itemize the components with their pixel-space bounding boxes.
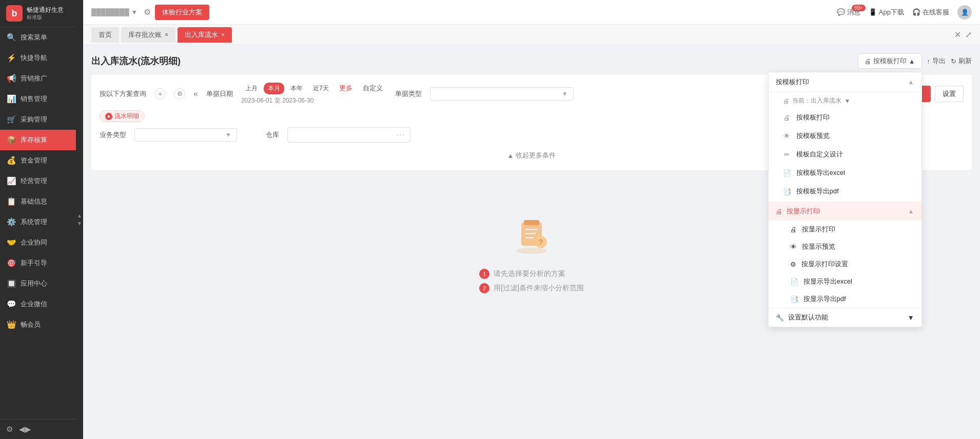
message-icon: 💬 bbox=[837, 8, 845, 16]
system-icon: ⚙️ bbox=[6, 217, 16, 227]
display-pdf-item[interactable]: 📑 按显示导出pdf bbox=[769, 290, 922, 308]
dropdown-item-template-excel[interactable]: 📄 按模板导出excel bbox=[769, 164, 922, 182]
warehouse-select[interactable]: ··· bbox=[287, 127, 410, 143]
tab-home[interactable]: 首页 bbox=[91, 27, 119, 43]
tab-home-label: 首页 bbox=[99, 30, 112, 39]
collapse-sidebar-icon[interactable]: ◀▶ bbox=[19, 425, 31, 434]
tab-inventory-batch[interactable]: 库存批次账 × bbox=[121, 27, 175, 43]
filter-add-button[interactable]: + bbox=[154, 88, 166, 99]
print-dropdown-container: 🖨 按模板打印 ▲ 按模板打印 ▲ 🖨 bbox=[858, 53, 922, 69]
sidebar-item-coop[interactable]: 🤝 企业协同 bbox=[0, 232, 76, 253]
export-btn[interactable]: ↑ 导出 bbox=[927, 56, 946, 66]
dropdown-header: 按模板打印 ▲ bbox=[769, 72, 922, 92]
online-service-action[interactable]: 🎧 在线客服 bbox=[912, 8, 949, 17]
display-print-item[interactable]: 🖨 按显示打印 bbox=[769, 221, 922, 238]
sidebar-item-label: 资金管理 bbox=[21, 156, 47, 165]
logo-icon: b bbox=[6, 5, 23, 22]
filter-collapse-icon[interactable]: « bbox=[193, 89, 198, 98]
topbar-left: ████████ ▼ ⚙ 体验行业方案 bbox=[91, 5, 837, 20]
dropdown-item-template-pdf[interactable]: 📑 按模板导出pdf bbox=[769, 182, 922, 201]
sidebar-item-label: 搜索菜单 bbox=[21, 33, 47, 42]
expand-window-icon[interactable]: ⤢ bbox=[965, 30, 972, 39]
tab-inventory-batch-close[interactable]: × bbox=[165, 31, 168, 38]
user-name-display: ████████ bbox=[91, 8, 129, 16]
filter-scheme-label: 按以下方案查询 bbox=[100, 89, 146, 98]
settings-footer-icon[interactable]: ⚙ bbox=[6, 425, 13, 434]
business-type-select[interactable]: ▼ bbox=[134, 128, 237, 142]
tabs-bar: 首页 库存批次账 × 出入库流水 × ✕ ⤢ bbox=[83, 25, 980, 45]
sidebar-item-basic[interactable]: 📋 基础信息 bbox=[0, 191, 76, 212]
inventory-icon: 📦 bbox=[6, 135, 16, 145]
app-download-action[interactable]: 📱 App下载 bbox=[869, 8, 904, 17]
dropdown-title: 按模板打印 bbox=[776, 77, 809, 87]
set-default-item[interactable]: 🔧 设置默认功能 ▼ bbox=[769, 308, 922, 327]
collapse-filter-label: 收起更多条件 bbox=[516, 151, 556, 160]
refresh-btn[interactable]: ↻ 刷新 bbox=[951, 56, 972, 66]
filter-settings-button[interactable]: ⚙ bbox=[174, 88, 185, 99]
set-default-chevron: ▼ bbox=[908, 314, 914, 322]
print-chevron-up-icon: ▲ bbox=[909, 57, 915, 65]
page-content: 出入库流水(流水明细) 🖨 按模板打印 ▲ 按模板打印 ▲ bbox=[83, 45, 980, 439]
sidebar-item-newguide[interactable]: 🎯 新手引导 bbox=[0, 253, 76, 273]
newguide-icon: 🎯 bbox=[6, 258, 16, 268]
business-type-chevron: ▼ bbox=[225, 131, 231, 138]
sidebar-item-inventory[interactable]: 📦 库存核算 bbox=[0, 130, 76, 150]
date-tab-last-month[interactable]: 上月 bbox=[241, 83, 262, 94]
print-template-btn[interactable]: 🖨 按模板打印 ▲ bbox=[858, 53, 922, 69]
dropdown-footer: 🔧 设置默认功能 ▼ bbox=[769, 308, 922, 327]
user-avatar[interactable]: 👤 bbox=[957, 5, 972, 19]
sidebar-item-appcenter[interactable]: 🔲 应用中心 bbox=[0, 273, 76, 294]
sidebar-item-search[interactable]: 🔍 搜索菜单 bbox=[0, 27, 76, 48]
dropdown-item-template-custom[interactable]: ✏ 模板自定义设计 bbox=[769, 145, 922, 164]
scroll-down-icon[interactable]: ▼ bbox=[77, 221, 82, 226]
display-excel-item[interactable]: 📄 按显示导出excel bbox=[769, 273, 922, 290]
sidebar-item-vip[interactable]: 👑 畅会员 bbox=[0, 314, 76, 335]
dropdown-item-template-preview[interactable]: 👁 按模板预览 bbox=[769, 127, 922, 145]
industry-btn[interactable]: 体验行业方案 bbox=[155, 5, 209, 20]
display-preview-item[interactable]: 👁 按显示预览 bbox=[769, 238, 922, 255]
sidebar-item-finance[interactable]: 💰 资金管理 bbox=[0, 150, 76, 171]
settings-button[interactable]: 设置 bbox=[935, 86, 964, 102]
display-excel-label: 按显示导出excel bbox=[803, 277, 852, 286]
empty-step-2: 2 用[过滤]条件来缩小分析范围 bbox=[479, 283, 584, 293]
sidebar-item-marketing[interactable]: 📢 营销推广 bbox=[0, 68, 76, 89]
page-header: 出入库流水(流水明细) 🖨 按模板打印 ▲ 按模板打印 ▲ bbox=[91, 53, 972, 69]
business-type-label: 业务类型 bbox=[100, 130, 126, 139]
tab-stock-flow-close[interactable]: × bbox=[221, 31, 225, 38]
dropdown-item-template-print[interactable]: 🖨 按模板打印 bbox=[769, 108, 922, 127]
sidebar-item-operation[interactable]: 📈 经营管理 bbox=[0, 171, 76, 191]
tab-stock-flow[interactable]: 出入库流水 × bbox=[178, 27, 232, 43]
display-print-icon: 🖨 bbox=[790, 226, 797, 233]
scroll-up-icon[interactable]: ▲ bbox=[77, 213, 82, 218]
message-action[interactable]: 💬 消息 99+ bbox=[837, 8, 860, 17]
display-print-label: 按显示打印 bbox=[802, 225, 835, 234]
app-download-label: App下载 bbox=[879, 8, 904, 17]
user-dropdown-icon[interactable]: ▼ bbox=[131, 9, 138, 16]
sidebar-item-shortcut[interactable]: ⚡ 快捷导航 bbox=[0, 48, 76, 68]
sidebar-item-purchase[interactable]: 🛒 采购管理 bbox=[0, 109, 76, 130]
sidebar-item-wecom[interactable]: 💬 企业微信 bbox=[0, 294, 76, 314]
sidebar-item-system[interactable]: ⚙️ 系统管理 bbox=[0, 212, 76, 232]
export-label: 导出 bbox=[932, 56, 946, 66]
doc-type-select[interactable]: ▼ bbox=[430, 87, 574, 101]
display-print-settings-item[interactable]: ⚙ 按显示打印设置 bbox=[769, 255, 922, 273]
display-print-section-label: 按显示打印 bbox=[787, 207, 820, 216]
date-tab-this-month[interactable]: 本月 bbox=[264, 83, 284, 94]
template-preview-label: 按模板预览 bbox=[796, 131, 830, 141]
date-tab-more[interactable]: 更多 bbox=[335, 82, 357, 94]
template-custom-icon: ✏ bbox=[783, 150, 791, 158]
shrink-window-icon[interactable]: ✕ bbox=[954, 30, 961, 39]
sidebar-item-label: 快捷导航 bbox=[21, 53, 47, 63]
date-section: 上月 本月 本年 近7天 更多 自定义 2023-06-01 至 2023-06… bbox=[241, 82, 387, 105]
template-custom-label: 模板自定义设计 bbox=[796, 150, 843, 159]
topbar-gear-icon[interactable]: ⚙ bbox=[144, 7, 151, 17]
step-2-label: 用[过滤]条件来缩小分析范围 bbox=[494, 284, 584, 293]
sidebar-item-sales[interactable]: 📊 销售管理 bbox=[0, 89, 76, 109]
date-tab-7days[interactable]: 近7天 bbox=[309, 83, 333, 94]
filter-tag-label: 流水明细 bbox=[114, 112, 139, 121]
display-section-header[interactable]: 🖨 按显示打印 ▲ bbox=[769, 202, 922, 221]
date-tab-this-year[interactable]: 本年 bbox=[286, 83, 307, 94]
display-print-section: 🖨 按显示打印 ▲ 🖨 按显示打印 👁 按显 bbox=[769, 202, 922, 308]
dropdown-arrow-up[interactable]: ▲ bbox=[908, 78, 914, 86]
date-tab-custom[interactable]: 自定义 bbox=[359, 82, 387, 94]
